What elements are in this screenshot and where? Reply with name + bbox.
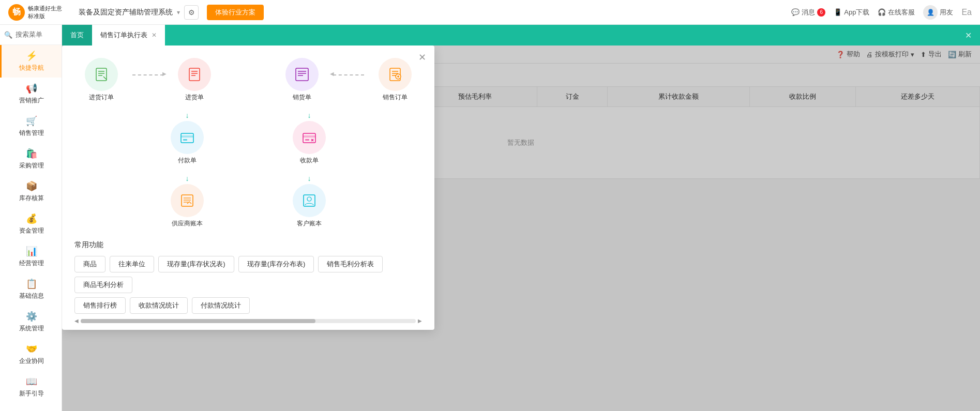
app-title: 装备及固定资产辅助管理系统 ▾ ⚙ 体验行业方案 xyxy=(79,5,791,20)
svg-point-32 xyxy=(307,197,311,201)
dropdown-arrow-icon[interactable]: ▾ xyxy=(177,9,180,16)
func-sales-margin-button[interactable]: 销售毛利分析表 xyxy=(318,256,383,272)
down-arrow-payment: ↓ xyxy=(186,110,189,121)
sidebar-item-business[interactable]: 📊 经营管理 xyxy=(0,240,62,273)
message-badge: 6 xyxy=(817,8,825,17)
quick-guide-modal: ✕ xyxy=(62,45,434,330)
svg-rect-19 xyxy=(181,133,193,143)
sidebar-item-enterprise[interactable]: 🤝 企业协同 xyxy=(0,338,62,371)
arrow-right-1: ▶ xyxy=(128,74,168,75)
message-button[interactable]: 💬 消息 6 xyxy=(791,8,825,17)
header-right: 💬 消息 6 📱 App下载 🎧 在线客服 👤 用友 Ea xyxy=(791,5,972,20)
main-layout: 🔍 搜索菜单 ⚡ 快捷导航 📢 营销推广 🛒 销售管理 🛍️ 采购管理 📦 库存… xyxy=(0,25,980,411)
flow-row-1: 进货订单 ▶ xyxy=(74,58,422,102)
page-content: ❓ 帮助 🖨 按模板打印 ▾ ⬆ 导出 🔄 刷新 xyxy=(62,45,980,411)
logo-text: 畅康通好生意 标准版 xyxy=(28,5,62,20)
money-icon: 💰 xyxy=(26,213,37,224)
chart-icon: 📊 xyxy=(26,246,37,257)
func-payment-stat-button[interactable]: 付款情况统计 xyxy=(192,297,250,314)
receipt-label: 收款单 xyxy=(300,156,319,165)
svg-rect-4 xyxy=(189,68,200,81)
sidebar-item-capital[interactable]: 💰 资金管理 xyxy=(0,208,62,240)
flow-item-payment[interactable]: 付款单 xyxy=(171,121,204,165)
svg-rect-20 xyxy=(181,135,193,138)
svg-rect-21 xyxy=(183,139,187,141)
gear-icon: ⚙️ xyxy=(26,311,37,322)
top-header: 畅 畅康通好生意 标准版 装备及固定资产辅助管理系统 ▾ ⚙ 体验行业方案 💬 … xyxy=(0,0,980,25)
scroll-left-button[interactable]: ◀ xyxy=(74,318,79,324)
tab-close-all-icon[interactable]: ✕ xyxy=(957,31,980,40)
down-arrow-receipt: ↓ xyxy=(308,110,311,121)
svg-rect-0 xyxy=(96,68,107,81)
tab-close-icon[interactable]: ✕ xyxy=(152,32,157,39)
func-receipt-stat-button[interactable]: 收款情况统计 xyxy=(130,297,188,314)
sidebar-item-purchase[interactable]: 🛍️ 采购管理 xyxy=(0,143,62,175)
tab-sales-order-exec[interactable]: 销售订单执行表 ✕ xyxy=(92,25,165,45)
common-func-title: 常用功能 xyxy=(74,240,422,250)
sidebar-item-newbie[interactable]: 📖 新手引导 xyxy=(0,371,62,403)
sidebar-item-system[interactable]: ⚙️ 系统管理 xyxy=(0,306,62,338)
flow-item-purchase-order[interactable]: 进货订单 xyxy=(74,58,128,102)
customer-col: ↓ 客户账本 xyxy=(248,173,422,228)
search-icon: 🔍 xyxy=(4,31,12,39)
megaphone-icon: 📢 xyxy=(26,83,37,94)
func-stock-dist-button[interactable]: 现存量(库存分布表) xyxy=(238,256,314,272)
sidebar-item-inventory[interactable]: 📦 库存核算 xyxy=(0,175,62,208)
scroll-track[interactable] xyxy=(81,319,416,323)
tab-bar: 首页 销售订单执行表 ✕ ✕ xyxy=(62,25,980,45)
flow-item-sales-order[interactable]: 销售订单 xyxy=(368,58,422,102)
search-menu-button[interactable]: 🔍 搜索菜单 xyxy=(0,25,62,45)
shopping-icon: 🛍️ xyxy=(26,148,37,159)
sales-order-circle xyxy=(379,58,412,91)
sidebar-item-quick-guide[interactable]: ⚡ 快捷导航 xyxy=(0,45,62,78)
flow-item-sales-bill[interactable]: 销货单 xyxy=(275,58,329,102)
func-goods-margin-button[interactable]: 商品毛利分析 xyxy=(74,277,132,293)
avatar: 👤 xyxy=(923,5,938,20)
func-goods-button[interactable]: 商品 xyxy=(74,256,105,272)
flow-item-purchase-bill[interactable]: 进货单 xyxy=(168,58,221,102)
purchase-bill-circle xyxy=(178,58,211,91)
svg-rect-22 xyxy=(303,133,315,143)
modal-close-button[interactable]: ✕ xyxy=(418,52,426,63)
flow-row-3: ↓ xyxy=(74,173,422,228)
flow-item-receipt[interactable]: 收款单 xyxy=(293,121,326,165)
payment-col: ↓ 付款单 xyxy=(74,110,248,165)
tab-home[interactable]: 首页 xyxy=(62,25,92,45)
flow-row-2: ↓ 付款单 xyxy=(74,110,422,165)
sidebar-item-marketing[interactable]: 📢 营销推广 xyxy=(0,78,62,110)
svg-rect-24 xyxy=(305,139,309,141)
scroll-right-button[interactable]: ▶ xyxy=(418,318,422,324)
supplier-circle xyxy=(171,184,204,217)
modal-scrollbar: ◀ ▶ xyxy=(74,318,422,324)
svg-rect-27 xyxy=(182,195,193,206)
func-sales-rank-button[interactable]: 销售排行榜 xyxy=(74,297,126,314)
ea-label: Ea xyxy=(961,8,972,17)
modal-overlay: ✕ xyxy=(62,45,980,411)
func-partner-button[interactable]: 往来单位 xyxy=(110,256,154,272)
receipt-col: ↓ xyxy=(248,110,422,165)
content-area: 首页 销售订单执行表 ✕ ✕ ❓ 帮助 🖨 按模板打印 ▾ xyxy=(62,25,980,411)
payment-circle xyxy=(171,121,204,154)
box-icon: 📦 xyxy=(26,180,37,192)
user-menu-button[interactable]: 👤 用友 xyxy=(923,5,953,20)
experience-button[interactable]: 体验行业方案 xyxy=(207,5,264,20)
app-download-button[interactable]: 📱 App下载 xyxy=(834,8,869,17)
download-icon: 📱 xyxy=(834,8,842,16)
sidebar-item-basic[interactable]: 📋 基础信息 xyxy=(0,273,62,306)
flow-item-supplier[interactable]: 供应商账本 xyxy=(171,184,204,228)
func-buttons-row1: 商品 往来单位 现存量(库存状况表) 现存量(库存分布表) 销售毛利分析表 商品… xyxy=(74,256,422,293)
func-stock-status-button[interactable]: 现存量(库存状况表) xyxy=(158,256,234,272)
payment-label: 付款单 xyxy=(178,156,197,165)
supplier-label: 供应商账本 xyxy=(172,219,203,228)
settings-gear-button[interactable]: ⚙ xyxy=(184,5,199,20)
sales-bill-label: 销货单 xyxy=(293,93,311,102)
receipt-circle xyxy=(293,121,326,154)
sidebar-item-sales[interactable]: 🛒 销售管理 xyxy=(0,110,62,143)
down-arrow-supplier: ↓ xyxy=(186,173,189,184)
flow-item-customer[interactable]: 客户账本 xyxy=(293,184,326,228)
arrow-left-1: ◀ xyxy=(329,74,368,75)
purchase-bill-label: 进货单 xyxy=(185,93,204,102)
purchase-order-label: 进货订单 xyxy=(89,93,114,102)
online-service-button[interactable]: 🎧 在线客服 xyxy=(878,8,915,17)
scroll-thumb xyxy=(81,319,315,323)
